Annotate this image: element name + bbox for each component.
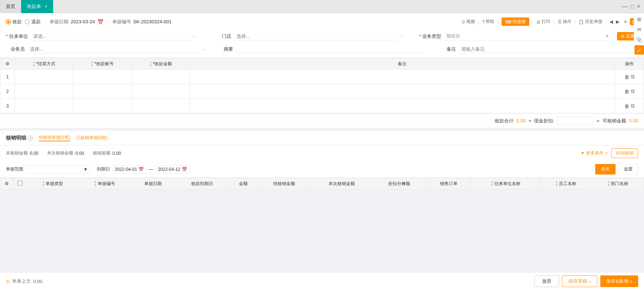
nav-prev-icon[interactable]: ◀ bbox=[609, 19, 613, 24]
verif-setting-button[interactable]: 设置 bbox=[619, 164, 638, 175]
verif-info-icon[interactable]: ℹ bbox=[28, 136, 33, 141]
settings-label: 设置 bbox=[626, 33, 635, 39]
table-row: 2 🗑 ⧉ bbox=[0, 84, 644, 99]
row2-settlement[interactable] bbox=[15, 84, 73, 99]
sidebar-email-icon[interactable]: ✉ bbox=[635, 25, 644, 34]
shortcut-button[interactable]: ⌨ 快捷键 bbox=[502, 17, 529, 26]
history-link[interactable]: 📋 历史单据 bbox=[578, 19, 602, 25]
row3-settlement[interactable] bbox=[15, 99, 73, 113]
row2-amount[interactable] bbox=[131, 84, 190, 99]
th-settlement: ▲▼ *结算方式 bbox=[15, 58, 73, 70]
more-filters-link[interactable]: ▼ 更多条件 ∧ bbox=[580, 150, 608, 156]
video-link[interactable]: ⊙ 视频 bbox=[462, 19, 475, 25]
date-from-picker[interactable]: 2022-04-01 📅 bbox=[112, 165, 146, 173]
date-label: 单据日期 bbox=[50, 19, 68, 25]
select-all-checkbox[interactable] bbox=[17, 181, 22, 185]
radio-receipt[interactable]: 收款 bbox=[6, 19, 22, 25]
counterpart-dots[interactable]: ··· bbox=[191, 34, 198, 39]
range-chevron-icon: ▼ bbox=[83, 167, 88, 172]
row3-delete-icon[interactable]: 🗑 bbox=[624, 103, 629, 109]
auto-verif-button[interactable]: 自动核销 bbox=[611, 148, 638, 158]
salesperson-dots[interactable]: ··· bbox=[200, 47, 207, 52]
row2-action: 🗑 ⧉ bbox=[615, 84, 644, 99]
counterpart-label: 往来单位 bbox=[6, 33, 31, 40]
row1-settlement[interactable] bbox=[15, 70, 73, 84]
tab-home[interactable]: 首页 bbox=[0, 0, 21, 13]
tab-close-icon[interactable]: × bbox=[45, 4, 47, 9]
radio-refund[interactable]: 退款 bbox=[25, 19, 41, 25]
main-container: 收款 退款 单据日期 2023-03-24 📅 单据编号 SK-20230324… bbox=[0, 13, 644, 290]
sidebar-expand-icon[interactable]: ⤢ bbox=[635, 45, 644, 55]
bth-settings[interactable]: ⚙ bbox=[0, 178, 13, 189]
remark-input[interactable] bbox=[459, 45, 638, 53]
abandon-button[interactable]: 放弃 bbox=[534, 275, 559, 287]
sum-label3: 可核销金额 bbox=[602, 118, 626, 124]
history-label: 历史单据 bbox=[585, 19, 602, 25]
window-minimize-icon[interactable]: — bbox=[622, 3, 628, 10]
date-meta: 单据日期 2023-03-24 📅 bbox=[50, 19, 103, 25]
verif-title-text: 核销明细 bbox=[6, 135, 26, 141]
row2-delete-icon[interactable]: 🗑 bbox=[624, 89, 629, 94]
row1-amount[interactable] bbox=[131, 70, 190, 84]
bth-due-date: 收款到期日 bbox=[176, 178, 229, 189]
counterpart-input[interactable] bbox=[31, 32, 191, 40]
verif-title: 核销明细 ℹ bbox=[6, 135, 33, 141]
row2-account[interactable] bbox=[73, 84, 131, 99]
row3-copy-icon[interactable]: ⧉ bbox=[631, 103, 635, 109]
tab-receipt[interactable]: 收款单 × bbox=[21, 0, 53, 13]
save-draft-button[interactable]: 保存草稿 ∧ bbox=[562, 275, 597, 287]
row2-copy-icon[interactable]: ⧉ bbox=[631, 88, 635, 94]
bth-type: ▲▼ 单据类型 bbox=[27, 178, 79, 189]
th-amount: ▲▼ *收款金额 bbox=[131, 58, 190, 70]
range-select[interactable]: ▼ bbox=[25, 165, 91, 173]
save-draft-label: 保存草稿 bbox=[568, 278, 587, 285]
th-settings[interactable]: ⚙ bbox=[0, 58, 15, 70]
row1-remark[interactable] bbox=[190, 70, 615, 84]
window-maximize-icon[interactable]: □ bbox=[631, 3, 634, 10]
tab-pending[interactable]: 待核销单据(0笔) bbox=[39, 134, 70, 141]
window-close-icon[interactable]: × bbox=[637, 3, 640, 10]
shortcut-label: 快捷键 bbox=[513, 19, 526, 25]
store-dots[interactable]: ··· bbox=[398, 34, 405, 39]
row1-account[interactable] bbox=[73, 70, 131, 84]
query-button[interactable]: 查询 bbox=[595, 164, 616, 175]
business-type-label: 业务类型 bbox=[419, 33, 444, 40]
tab-done[interactable]: 已核销单据(0笔) bbox=[76, 135, 108, 141]
right-sidebar: ⊞ ✉ 📎 ⤢ bbox=[634, 13, 644, 56]
nav-next-icon[interactable]: ▶ bbox=[616, 19, 620, 24]
row2-remark[interactable] bbox=[190, 84, 615, 99]
store-input[interactable] bbox=[234, 32, 397, 40]
row3-remark[interactable] bbox=[190, 99, 615, 113]
view-switch-icon[interactable]: ≡ bbox=[624, 19, 627, 24]
row3-account[interactable] bbox=[73, 99, 131, 113]
keyboard-icon: ⌨ bbox=[505, 19, 511, 24]
salesperson-input[interactable] bbox=[28, 45, 200, 53]
date-to-picker[interactable]: 2022-04-12 📅 bbox=[155, 165, 189, 173]
summary-field: 摘要 bbox=[221, 45, 423, 53]
print-link[interactable]: 🖨 打印 bbox=[536, 19, 550, 25]
summary-input[interactable] bbox=[236, 45, 423, 53]
sidebar-table-icon[interactable]: ⊞ bbox=[635, 15, 644, 24]
radio-receipt-dot bbox=[6, 19, 11, 24]
row3-amount[interactable] bbox=[131, 99, 190, 113]
verif-table-container: ⚙ ▲▼ 单据类型 ▲▼ bbox=[0, 178, 644, 189]
row1-delete-icon[interactable]: 🗑 bbox=[624, 74, 629, 80]
help-link[interactable]: ? 帮助 bbox=[482, 19, 495, 25]
table-settings-icon: ⚙ bbox=[5, 61, 9, 66]
operation-link[interactable]: ☰ 操作 bbox=[558, 19, 572, 25]
gear-icon: ⚙ bbox=[621, 34, 625, 39]
bth-amount: 金额 bbox=[229, 178, 258, 189]
row1-copy-icon[interactable]: ⧉ bbox=[631, 74, 635, 80]
bottom-bar: ⊙ 本单上欠 0.00 放弃 保存草稿 ∧ 保存&新增 ∧ bbox=[0, 272, 644, 290]
top-row: 收款 退款 单据日期 2023-03-24 📅 单据编号 SK-20230324… bbox=[6, 16, 638, 27]
sep2: | bbox=[497, 19, 498, 24]
number-meta: 单据编号 SK-20230324-001 bbox=[112, 19, 172, 25]
date-value: 2023-03-24 bbox=[71, 19, 95, 24]
cash-discount-input[interactable] bbox=[557, 117, 594, 125]
calendar-icon[interactable]: 📅 bbox=[97, 19, 103, 25]
receipt-table: ⚙ ▲▼ *结算方式 ▲▼ *收款账号 bbox=[0, 58, 644, 113]
save-new-button[interactable]: 保存&新增 ∧ bbox=[600, 275, 638, 287]
sidebar-attachment-icon[interactable]: 📎 bbox=[635, 35, 644, 44]
operation-label: 操作 bbox=[563, 19, 572, 25]
business-type-select[interactable]: 预收款 ▼ bbox=[444, 32, 611, 41]
